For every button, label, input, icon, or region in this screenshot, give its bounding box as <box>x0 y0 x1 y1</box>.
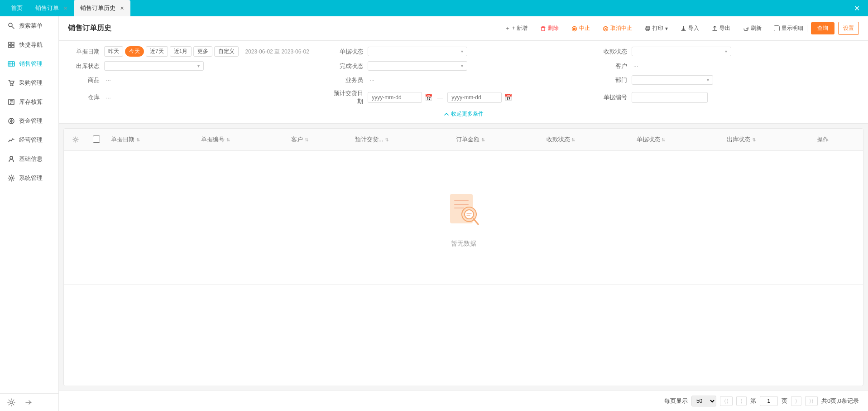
stop-icon <box>571 25 577 31</box>
print-icon <box>645 25 651 31</box>
customer-ellipsis[interactable]: ··· <box>632 63 640 69</box>
sort-customer-icon[interactable]: ⇅ <box>305 137 308 142</box>
date-btn-yesterday[interactable]: 昨天 <box>104 46 123 57</box>
sort-order-date-icon[interactable]: ⇅ <box>136 137 140 142</box>
warehouse-ellipsis[interactable]: ··· <box>104 94 113 101</box>
content-area: 销售订单历史 ＋ + 新增 删除 <box>59 16 868 411</box>
page-input[interactable] <box>760 396 778 406</box>
sidebar-item-inventory-check[interactable]: 库存核算 <box>0 92 58 111</box>
date-btn-custom[interactable]: 自定义 <box>214 46 239 57</box>
settings-label: 设置 <box>843 24 854 32</box>
tab-sales-order-history-close[interactable]: ✕ <box>120 5 124 11</box>
filter-row-2: 出库状态 ▾ 完成状态 ▾ 客户 ··· <box>68 61 859 71</box>
filter-row-4: 仓库 ··· 预计交货日期 📅 — 📅 单据编号 <box>68 89 859 106</box>
delete-button[interactable]: 删除 <box>536 22 563 34</box>
settings-button[interactable]: 设置 <box>838 22 859 35</box>
print-button[interactable]: 打印 ▾ <box>640 22 672 34</box>
date-btn-more[interactable]: 更多 <box>193 46 212 57</box>
product-ellipsis[interactable]: ··· <box>104 77 113 83</box>
sidebar-item-operations-mgmt[interactable]: 经营管理 <box>0 131 58 150</box>
add-label: + 新增 <box>512 24 528 32</box>
show-columns-checkbox[interactable]: 显示明细 <box>774 24 803 32</box>
order-status-select[interactable]: ▾ <box>368 47 467 56</box>
expected-delivery-end[interactable] <box>447 92 502 103</box>
collapse-button[interactable]: 收起更多条件 <box>68 110 859 118</box>
page-suffix: 页 <box>782 397 787 405</box>
import-label: 导入 <box>688 24 699 32</box>
sidebar-item-search-menu[interactable]: 搜索菜单 <box>0 16 58 35</box>
sidebar-collapse-icon[interactable] <box>24 398 33 406</box>
sort-order-amount-icon[interactable]: ⇅ <box>481 137 485 142</box>
show-columns-label: 显示明细 <box>782 24 803 32</box>
department-control: ▾ <box>632 75 859 85</box>
window-close-btn[interactable]: ✕ <box>850 2 863 15</box>
date-btn-7days[interactable]: 近7天 <box>146 46 168 57</box>
salesperson-ellipsis[interactable]: ··· <box>368 77 376 83</box>
tab-sales-order-close[interactable]: ✕ <box>63 5 67 11</box>
svg-rect-2 <box>9 42 11 44</box>
sidebar-item-basic-info[interactable]: 基础信息 <box>0 150 58 169</box>
query-button[interactable]: 查询 <box>811 22 834 34</box>
sidebar-item-quick-nav-label: 快捷导航 <box>19 41 43 49</box>
empty-text: 暂无数据 <box>451 240 476 248</box>
last-page-btn[interactable]: ⟩⟩ <box>805 396 818 406</box>
sort-expected-delivery-icon[interactable]: ⇅ <box>385 137 388 142</box>
date-btn-1month[interactable]: 近1月 <box>170 46 192 57</box>
tab-home-label: 首页 <box>11 4 23 12</box>
sidebar-item-fund-mgmt[interactable]: 资金管理 <box>0 111 58 131</box>
page-size-label: 每页显示 <box>664 397 688 405</box>
collapse-label: 收起更多条件 <box>451 110 484 118</box>
select-all-checkbox[interactable] <box>93 135 100 143</box>
svg-point-28 <box>75 139 77 140</box>
export-button[interactable]: 导出 <box>707 22 735 34</box>
tab-sales-order-history[interactable]: 销售订单历史 ✕ <box>74 0 130 16</box>
first-page-btn[interactable]: ⟨⟨ <box>720 396 733 406</box>
outbound-status-select[interactable]: ▾ <box>104 61 204 71</box>
tab-home[interactable]: 首页 <box>5 0 29 16</box>
sort-order-status-icon[interactable]: ⇅ <box>662 137 665 142</box>
order-number-input[interactable] <box>632 92 708 103</box>
next-page-btn[interactable]: ⟩ <box>791 396 801 406</box>
sidebar-item-search-menu-label: 搜索菜单 <box>19 22 43 30</box>
pagination-bar: 每页显示 10 20 50 100 ⟨⟨ ⟨ 第 页 ⟩ ⟩⟩ 共0页,0条记录 <box>59 391 868 411</box>
empty-state-row: 暂无数据 <box>64 151 863 285</box>
tab-sales-order[interactable]: 销售订单 ✕ <box>29 0 74 16</box>
empty-state-icon <box>441 187 486 232</box>
sidebar-settings-icon[interactable] <box>7 398 15 406</box>
page-size-select[interactable]: 10 20 50 100 <box>691 396 716 406</box>
table-container: 单据日期 ⇅ 单据编号 ⇅ 客户 ⇅ 预计交货... <box>63 128 863 386</box>
refresh-button[interactable]: 刷新 <box>739 22 766 34</box>
calendar-start-icon[interactable]: 📅 <box>425 94 432 101</box>
customer-label: 客户 <box>595 62 632 70</box>
sidebar-item-quick-nav[interactable]: 快捷导航 <box>0 35 58 54</box>
date-filter-control: 昨天 今天 近7天 近1月 更多 自定义 2023-06-02 至 2023-0… <box>104 46 331 57</box>
calendar-end-icon[interactable]: 📅 <box>504 94 512 101</box>
completion-status-select[interactable]: ▾ <box>368 61 467 71</box>
import-button[interactable]: 导入 <box>676 22 704 34</box>
expected-delivery-control: 📅 — 📅 <box>368 92 595 103</box>
add-button[interactable]: ＋ + 新增 <box>500 22 532 34</box>
table-settings-btn[interactable] <box>69 133 82 146</box>
expected-delivery-label: 预计交货日期 <box>331 89 368 106</box>
department-select[interactable]: ▾ <box>632 75 713 85</box>
th-order-status: 单据状态 ⇅ <box>631 129 721 151</box>
sidebar-item-purchase-mgmt[interactable]: 采购管理 <box>0 73 58 92</box>
prev-page-btn[interactable]: ⟨ <box>736 396 747 406</box>
show-columns-input[interactable] <box>774 25 780 31</box>
date-btn-today[interactable]: 今天 <box>125 46 144 57</box>
sort-outbound-status-icon[interactable]: ⇅ <box>752 137 756 142</box>
expected-delivery-start[interactable] <box>368 92 422 103</box>
svg-point-18 <box>10 177 13 179</box>
operations-mgmt-icon <box>7 136 15 144</box>
outbound-status-control: ▾ <box>104 61 331 71</box>
cancel-stop-button[interactable]: 取消中止 <box>598 22 637 34</box>
sort-receipt-status-icon[interactable]: ⇅ <box>571 137 575 142</box>
stop-label: 中止 <box>579 24 590 32</box>
receipt-status-select[interactable]: ▾ <box>632 47 731 56</box>
stop-button[interactable]: 中止 <box>567 22 595 34</box>
print-dropdown-icon: ▾ <box>665 25 668 32</box>
sidebar-item-purchase-mgmt-label: 采购管理 <box>19 79 43 87</box>
sidebar-item-system-mgmt[interactable]: 系统管理 <box>0 169 58 188</box>
sort-order-number-icon[interactable]: ⇅ <box>226 137 230 142</box>
sidebar-item-sales-mgmt[interactable]: 销售管理 <box>0 54 58 73</box>
